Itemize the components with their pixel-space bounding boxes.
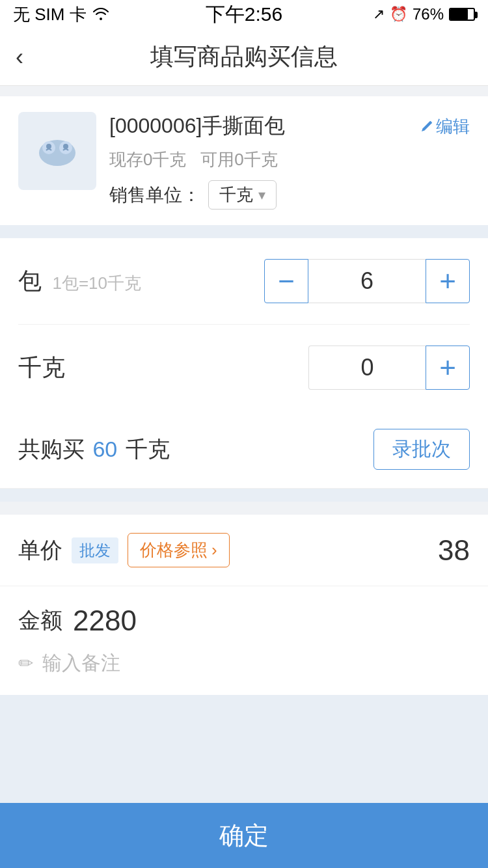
product-stock: 现存0千克 可用0千克 — [109, 148, 470, 171]
unit-value: 千克 — [219, 183, 253, 206]
time-label: 下午2:56 — [206, 1, 282, 28]
quantity-input-kg[interactable] — [308, 346, 426, 390]
alarm-icon: ⏰ — [390, 6, 407, 23]
quantity-input-bao[interactable] — [308, 259, 426, 303]
quantity-controls-kg: + — [308, 346, 470, 390]
quantity-controls-bao: − + — [264, 259, 470, 303]
status-bar: 无 SIM 卡 下午2:56 ↗ ⏰ 76% — [0, 0, 488, 29]
pencil-icon: ✏ — [18, 653, 33, 674]
amount-section: 金额 2280 ✏ 输入备注 — [0, 586, 488, 695]
product-unit-row: 销售单位： 千克 ▾ — [109, 180, 470, 210]
unit-select[interactable]: 千克 ▾ — [208, 180, 277, 210]
remark-row[interactable]: ✏ 输入备注 — [18, 650, 470, 677]
nav-bar: ‹ 填写商品购买信息 — [0, 29, 488, 86]
wifi-icon — [92, 5, 110, 25]
total-row: 共购买 60 千克 录批次 — [0, 411, 488, 489]
svg-point-3 — [46, 144, 51, 149]
product-card: [0000006]手撕面包 编辑 现存0千克 可用0千克 销售单位： 千克 ▾ — [0, 96, 488, 225]
location-icon: ↗ — [373, 6, 385, 23]
carrier-label: 无 SIM 卡 — [13, 3, 87, 26]
status-right: ↗ ⏰ 76% — [373, 5, 475, 23]
quantity-label-kg: 千克 — [18, 352, 65, 384]
edit-label: 编辑 — [436, 115, 470, 138]
edit-button[interactable]: 编辑 — [420, 115, 470, 138]
unit-label: 销售单位： — [109, 183, 200, 208]
price-ref-button[interactable]: 价格参照 › — [128, 533, 230, 567]
svg-point-4 — [63, 144, 68, 149]
amount-label: 金额 — [18, 606, 62, 636]
increment-bao-button[interactable]: + — [426, 259, 470, 303]
product-name: [0000006]手撕面包 — [109, 112, 285, 141]
price-left: 单价 批发 价格参照 › — [18, 533, 230, 567]
increment-kg-button[interactable]: + — [426, 346, 470, 390]
batch-tag: 批发 — [72, 537, 118, 563]
price-label: 单价 — [18, 536, 62, 565]
dropdown-icon: ▾ — [258, 187, 265, 204]
batch-button[interactable]: 录批次 — [373, 429, 470, 470]
chevron-right-icon: › — [211, 540, 217, 560]
page-title: 填写商品购买信息 — [150, 41, 338, 73]
quantity-section: 包 1包=10千克 − + 千克 + — [0, 238, 488, 411]
quantity-label-bao: 包 1包=10千克 — [18, 265, 141, 297]
decrement-bao-button[interactable]: − — [264, 259, 308, 303]
section-divider-2 — [0, 489, 488, 502]
price-section: 单价 批发 价格参照 › 38 — [0, 515, 488, 586]
back-button[interactable]: ‹ — [16, 44, 23, 71]
battery-label: 76% — [413, 5, 444, 23]
total-text: 共购买 60 千克 — [18, 435, 170, 465]
quantity-row-kg: 千克 + — [18, 325, 470, 411]
section-divider-1 — [0, 225, 488, 238]
product-thumbnail — [18, 112, 96, 190]
price-value: 38 — [438, 534, 470, 567]
battery-icon — [449, 8, 475, 21]
product-info: [0000006]手撕面包 编辑 现存0千克 可用0千克 销售单位： 千克 ▾ — [109, 112, 470, 210]
confirm-button[interactable]: 确定 — [0, 803, 488, 868]
status-left: 无 SIM 卡 — [13, 3, 110, 26]
price-row: 单价 批发 价格参照 › 38 — [18, 533, 470, 567]
amount-value: 2280 — [73, 604, 137, 637]
amount-row: 金额 2280 — [18, 604, 470, 637]
remark-placeholder: 输入备注 — [42, 650, 120, 677]
quantity-row-bao: 包 1包=10千克 − + — [18, 238, 470, 325]
